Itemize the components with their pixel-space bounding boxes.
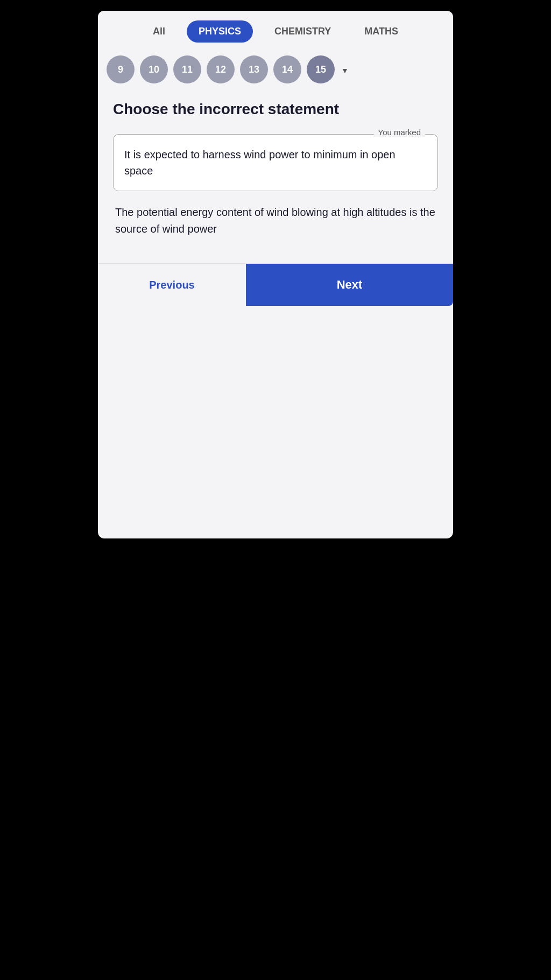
dropdown-arrow-icon: ▼: [341, 66, 349, 75]
num-11[interactable]: 11: [173, 55, 201, 83]
next-button[interactable]: Next: [246, 264, 453, 306]
tab-maths[interactable]: MATHS: [352, 20, 410, 43]
num-12[interactable]: 12: [207, 55, 235, 83]
marked-container: You marked It is expected to harness win…: [113, 134, 438, 191]
tab-physics[interactable]: PHYSICS: [187, 20, 253, 43]
num-15[interactable]: 15: [307, 55, 335, 83]
marked-box: It is expected to harness wind power to …: [113, 134, 438, 191]
marked-answer-text: It is expected to harness wind power to …: [124, 146, 427, 179]
bottom-buttons: Previous Next: [98, 263, 453, 306]
main-content: Choose the incorrect statement You marke…: [98, 87, 453, 263]
num-14[interactable]: 14: [273, 55, 301, 83]
subject-tabs: All PHYSICS CHEMISTRY MATHS: [98, 11, 453, 50]
num-13[interactable]: 13: [240, 55, 268, 83]
question-title: Choose the incorrect statement: [113, 100, 438, 119]
tab-all[interactable]: All: [141, 20, 177, 43]
num-10[interactable]: 10: [140, 55, 168, 83]
num-9[interactable]: 9: [107, 55, 135, 83]
previous-button[interactable]: Previous: [98, 264, 246, 306]
tab-chemistry[interactable]: CHEMISTRY: [263, 20, 343, 43]
number-row: 9 10 11 12 13 14 15 ▼: [98, 50, 453, 87]
correct-answer-text: The potential energy content of wind blo…: [113, 204, 438, 237]
you-marked-label: You marked: [374, 128, 426, 137]
phone-screen: All PHYSICS CHEMISTRY MATHS 9 10 11 12 1…: [98, 11, 453, 538]
